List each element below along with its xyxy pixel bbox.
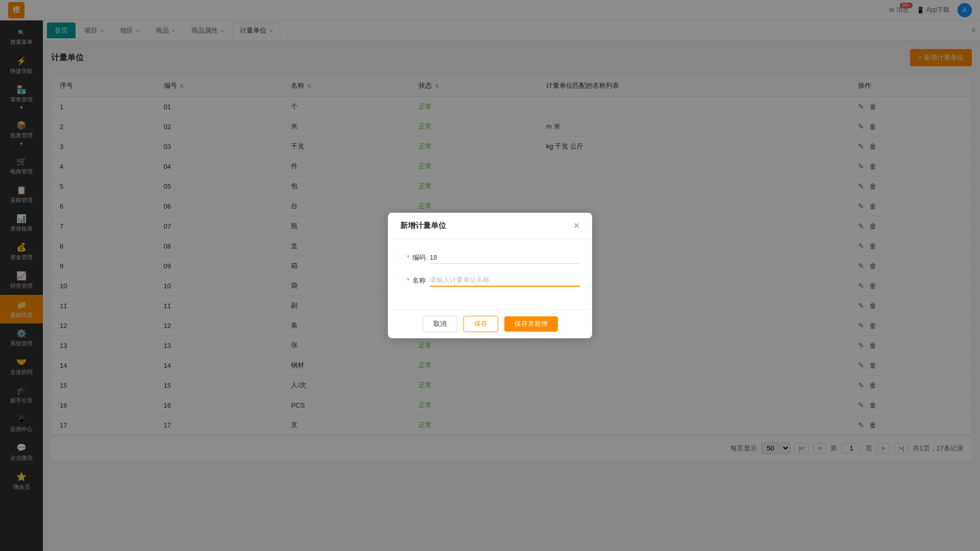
save-button[interactable]: 保存 bbox=[463, 316, 498, 332]
cancel-button[interactable]: 取消 bbox=[423, 316, 457, 332]
modal-close-button[interactable]: ✕ bbox=[573, 221, 580, 231]
modal-header: 新增计量单位 ✕ bbox=[388, 213, 592, 239]
save-and-new-button[interactable]: 保存并新增 bbox=[504, 316, 558, 332]
form-row-code: * 编码 bbox=[400, 252, 580, 264]
name-label: * 名称 bbox=[400, 276, 426, 285]
modal-body: * 编码 * 名称 bbox=[388, 239, 592, 309]
code-input[interactable] bbox=[430, 252, 580, 264]
required-mark-code: * bbox=[407, 254, 409, 261]
form-row-name: * 名称 bbox=[400, 274, 580, 287]
modal-overlay: 新增计量单位 ✕ * 编码 * 名称 取消 保存 保存并新增 bbox=[0, 0, 980, 551]
required-mark-name: * bbox=[407, 277, 409, 284]
add-measure-unit-modal: 新增计量单位 ✕ * 编码 * 名称 取消 保存 保存并新增 bbox=[388, 213, 592, 338]
code-label: * 编码 bbox=[400, 253, 426, 262]
modal-footer: 取消 保存 保存并新增 bbox=[388, 309, 592, 338]
modal-title: 新增计量单位 bbox=[400, 221, 446, 231]
name-input[interactable] bbox=[430, 274, 580, 287]
